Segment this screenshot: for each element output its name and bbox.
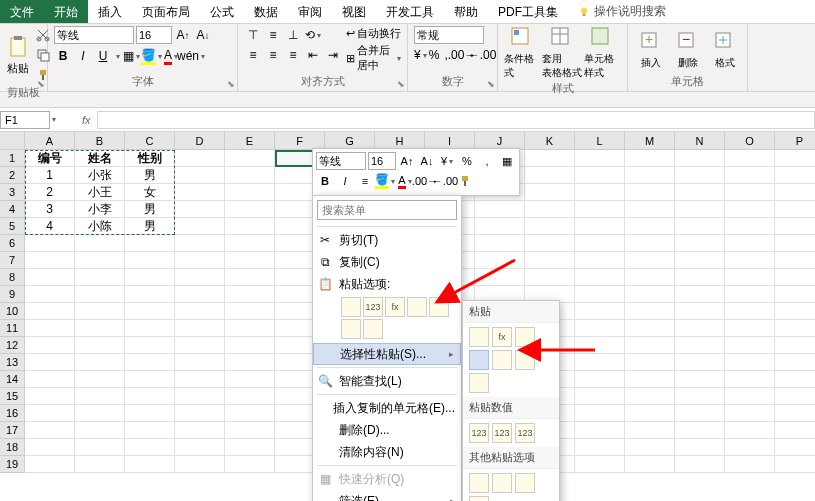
font-size-select[interactable] bbox=[136, 26, 172, 44]
col-header-B[interactable]: B bbox=[75, 132, 125, 150]
row-header-19[interactable]: 19 bbox=[0, 456, 25, 473]
select-all-corner[interactable] bbox=[0, 132, 25, 150]
cell[interactable] bbox=[175, 286, 225, 303]
cell[interactable] bbox=[225, 269, 275, 286]
cell[interactable] bbox=[625, 337, 675, 354]
col-header-O[interactable]: O bbox=[725, 132, 775, 150]
cell[interactable] bbox=[725, 388, 775, 405]
cell[interactable]: 2 bbox=[25, 184, 75, 201]
cell[interactable] bbox=[175, 167, 225, 184]
align-middle-button[interactable]: ≡ bbox=[264, 26, 282, 44]
paste-opt-transpose[interactable] bbox=[407, 297, 427, 317]
row-header-8[interactable]: 8 bbox=[0, 269, 25, 286]
cell[interactable] bbox=[125, 303, 175, 320]
mini-italic[interactable]: I bbox=[336, 172, 354, 190]
cell[interactable] bbox=[175, 235, 225, 252]
tell-me[interactable]: 操作说明搜索 bbox=[568, 0, 676, 23]
cell[interactable] bbox=[675, 218, 725, 235]
tab-view[interactable]: 视图 bbox=[332, 0, 376, 23]
cell[interactable] bbox=[75, 422, 125, 439]
cell[interactable] bbox=[775, 439, 815, 456]
cell[interactable] bbox=[75, 439, 125, 456]
cell[interactable] bbox=[75, 303, 125, 320]
cell[interactable] bbox=[575, 354, 625, 371]
tab-pdf[interactable]: PDF工具集 bbox=[488, 0, 568, 23]
mini-border[interactable]: ▦ bbox=[498, 152, 516, 170]
fx-icon[interactable]: fx bbox=[76, 114, 97, 126]
cell[interactable] bbox=[675, 235, 725, 252]
cell[interactable] bbox=[725, 354, 775, 371]
cell[interactable]: 小李 bbox=[75, 201, 125, 218]
col-header-P[interactable]: P bbox=[775, 132, 815, 150]
cell[interactable] bbox=[675, 167, 725, 184]
cell[interactable] bbox=[25, 422, 75, 439]
cm-filter[interactable]: 筛选(E)▸ bbox=[313, 490, 461, 501]
insert-cells-button[interactable]: +插入 bbox=[634, 26, 667, 73]
cell-styles-button[interactable]: 单元格样式 bbox=[584, 26, 620, 80]
sub-paste-formulas[interactable]: fx bbox=[492, 327, 512, 347]
cell[interactable] bbox=[675, 456, 725, 473]
cell[interactable] bbox=[625, 320, 675, 337]
cell[interactable] bbox=[475, 201, 525, 218]
col-header-D[interactable]: D bbox=[175, 132, 225, 150]
tab-help[interactable]: 帮助 bbox=[444, 0, 488, 23]
formula-input[interactable] bbox=[97, 111, 815, 129]
sub-other-linked-pic[interactable] bbox=[469, 496, 489, 501]
merge-center-button[interactable]: ⊞合并后居中▾ bbox=[346, 43, 401, 73]
sub-other-link[interactable] bbox=[492, 473, 512, 493]
cell[interactable] bbox=[25, 252, 75, 269]
cell[interactable] bbox=[775, 286, 815, 303]
cell[interactable] bbox=[675, 201, 725, 218]
cell[interactable] bbox=[675, 439, 725, 456]
row-header-6[interactable]: 6 bbox=[0, 235, 25, 252]
col-header-C[interactable]: C bbox=[125, 132, 175, 150]
shrink-font-button[interactable]: A↓ bbox=[194, 26, 212, 44]
cell[interactable] bbox=[175, 405, 225, 422]
cell[interactable] bbox=[475, 252, 525, 269]
cm-copy[interactable]: ⧉复制(C) bbox=[313, 251, 461, 273]
cell[interactable] bbox=[725, 218, 775, 235]
cell[interactable] bbox=[125, 422, 175, 439]
cell[interactable] bbox=[725, 269, 775, 286]
mini-percent[interactable]: % bbox=[458, 152, 476, 170]
cell[interactable] bbox=[575, 167, 625, 184]
cell[interactable] bbox=[675, 337, 725, 354]
cell[interactable] bbox=[175, 439, 225, 456]
cell[interactable]: 1 bbox=[25, 167, 75, 184]
cell[interactable] bbox=[125, 388, 175, 405]
cell[interactable] bbox=[625, 303, 675, 320]
cell[interactable] bbox=[625, 439, 675, 456]
cell[interactable] bbox=[25, 371, 75, 388]
cell[interactable] bbox=[75, 235, 125, 252]
underline-button[interactable]: U bbox=[94, 47, 112, 65]
cell[interactable] bbox=[575, 456, 625, 473]
cell[interactable] bbox=[175, 388, 225, 405]
cell[interactable] bbox=[475, 235, 525, 252]
cell[interactable]: 编号 bbox=[25, 150, 75, 167]
paste-opt-values[interactable]: 123 bbox=[363, 297, 383, 317]
cm-paste-special[interactable]: 选择性粘贴(S)...▸ bbox=[313, 343, 461, 365]
cell[interactable] bbox=[525, 150, 575, 167]
cell[interactable] bbox=[525, 269, 575, 286]
cell[interactable] bbox=[775, 167, 815, 184]
mini-grow-font[interactable]: A↑ bbox=[398, 152, 416, 170]
mini-shrink-font[interactable]: A↓ bbox=[418, 152, 436, 170]
cell[interactable] bbox=[125, 354, 175, 371]
cell[interactable] bbox=[725, 320, 775, 337]
font-name-select[interactable] bbox=[54, 26, 134, 44]
cell[interactable] bbox=[775, 354, 815, 371]
mini-size-select[interactable] bbox=[368, 152, 396, 170]
cell[interactable] bbox=[775, 150, 815, 167]
sub-paste-all[interactable] bbox=[469, 327, 489, 347]
cell[interactable] bbox=[575, 235, 625, 252]
cell[interactable] bbox=[775, 388, 815, 405]
sub-paste-source-formatting[interactable] bbox=[469, 350, 489, 370]
align-bottom-button[interactable]: ⊥ bbox=[284, 26, 302, 44]
cell[interactable] bbox=[75, 269, 125, 286]
tab-file[interactable]: 文件 bbox=[0, 0, 44, 23]
cell[interactable] bbox=[175, 422, 225, 439]
cell[interactable] bbox=[775, 405, 815, 422]
cell[interactable] bbox=[125, 405, 175, 422]
cell[interactable] bbox=[675, 269, 725, 286]
cell[interactable] bbox=[575, 337, 625, 354]
